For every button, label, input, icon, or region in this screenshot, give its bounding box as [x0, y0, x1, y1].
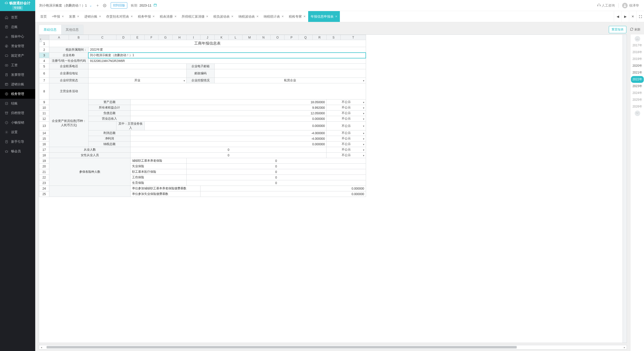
period-selector[interactable]: 账期 2023-11: [131, 3, 157, 8]
refresh-button[interactable]: 刷新: [630, 27, 640, 32]
row-number[interactable]: 9: [39, 99, 49, 105]
column-header[interactable]: G: [158, 35, 173, 40]
dropdown-cell[interactable]: 不公示: [327, 147, 366, 153]
column-header[interactable]: E: [131, 35, 145, 40]
user-menu[interactable]: 徐泽华: [622, 3, 639, 8]
cell-value[interactable]: 9.992000: [131, 105, 327, 111]
row-number[interactable]: 21: [39, 169, 49, 175]
dropdown-cell[interactable]: 不公示: [327, 130, 366, 136]
row-number[interactable]: 23: [39, 180, 49, 186]
spreadsheet[interactable]: ABCDEFGHIJKLMNOPQRST1工商年报信息表2税款所属期间：2022…: [39, 34, 627, 343]
tab[interactable]: 首页: [38, 11, 49, 22]
dropdown-cell[interactable]: 不公示: [327, 99, 366, 105]
row-number[interactable]: 2: [39, 47, 49, 53]
tabs-next-button[interactable]: ▶: [621, 11, 629, 22]
close-icon[interactable]: ✕: [206, 15, 208, 18]
row-number[interactable]: 10: [39, 105, 49, 111]
tab[interactable]: 税表清册✕: [157, 11, 179, 22]
dropdown-cell[interactable]: 不公示: [327, 116, 366, 122]
tab[interactable]: 存货别名对照表✕: [104, 11, 135, 22]
tab[interactable]: 所得税汇算清缴✕: [179, 11, 211, 22]
row-number[interactable]: 17: [39, 147, 49, 153]
tab[interactable]: 纳税统计表✕: [261, 11, 286, 22]
row-number[interactable]: 7: [39, 78, 49, 83]
row-number[interactable]: 13: [39, 122, 49, 130]
row-number[interactable]: 16: [39, 142, 49, 147]
tab[interactable]: 税负波动表✕: [211, 11, 236, 22]
sidebar-item-ledger[interactable]: 总账: [0, 22, 35, 32]
sidebar-item-invoice[interactable]: 发票管理: [0, 70, 35, 80]
dropdown-cell[interactable]: 不公示: [327, 111, 366, 116]
close-icon[interactable]: ✕: [62, 15, 64, 18]
scroll-left-icon[interactable]: ◂: [39, 346, 44, 349]
row-number[interactable]: 12: [39, 116, 49, 122]
column-header[interactable]: D: [116, 35, 131, 40]
tab[interactable]: 进销台账✕: [82, 11, 104, 22]
sidebar-item-home[interactable]: 首页: [0, 13, 35, 22]
dropdown-cell[interactable]: 不公示: [327, 153, 366, 158]
column-header[interactable]: F: [144, 35, 158, 40]
cell-value[interactable]: 12.050000: [131, 111, 327, 116]
cell-value[interactable]: 0.000000: [200, 191, 366, 197]
fullscreen-icon[interactable]: [636, 11, 644, 22]
dropdown-cell[interactable]: 开业: [88, 78, 186, 83]
sidebar-item-salary[interactable]: 工资: [0, 60, 35, 70]
cell-value[interactable]: -4.000000: [131, 130, 327, 136]
sidebar-item-guide[interactable]: 新手引导: [0, 137, 35, 147]
dropdown-cell[interactable]: 私营企业: [215, 78, 366, 83]
row-number[interactable]: 18: [39, 153, 49, 158]
year-item[interactable]: 2021年: [631, 69, 644, 76]
reset-report-button[interactable]: 重置报表: [609, 26, 626, 33]
column-header[interactable]: M: [243, 35, 257, 40]
row-number[interactable]: 3: [39, 53, 49, 58]
column-header[interactable]: P: [285, 35, 299, 40]
cell-value[interactable]: 0: [186, 169, 366, 175]
row-number[interactable]: 24: [39, 186, 49, 191]
sidebar-item-vip[interactable]: 畅会员: [0, 147, 35, 156]
close-icon[interactable]: ✕: [131, 15, 133, 18]
cell-value[interactable]: -4.000000: [131, 136, 327, 142]
column-header[interactable]: S: [327, 35, 341, 40]
column-header[interactable]: T: [341, 35, 366, 40]
row-number[interactable]: 15: [39, 136, 49, 142]
cell-value[interactable]: 0: [186, 158, 366, 164]
row-number[interactable]: 22: [39, 175, 49, 180]
close-icon[interactable]: ✕: [303, 15, 306, 18]
cell-value[interactable]: [215, 64, 366, 69]
row-number[interactable]: 14: [39, 130, 49, 136]
close-icon[interactable]: ✕: [152, 15, 155, 18]
tab[interactable]: ÷申报✕: [49, 11, 66, 22]
scroll-right-icon[interactable]: ▸: [622, 346, 627, 349]
cell-value[interactable]: 0.000000: [131, 116, 327, 122]
sidebar-item-tax[interactable]: 税务管理: [0, 89, 35, 99]
column-header[interactable]: L: [228, 35, 243, 40]
sidebar-item-archive[interactable]: 归档管理: [0, 108, 35, 118]
sidebar-item-inout[interactable]: 进销台账: [0, 80, 35, 89]
close-icon[interactable]: ✕: [256, 15, 259, 18]
sub-tab[interactable]: 其他信息: [61, 25, 83, 34]
tabs-prev-button[interactable]: ◀: [614, 11, 621, 22]
collapse-handle[interactable]: ◂: [38, 35, 42, 42]
row-number[interactable]: 4: [39, 58, 49, 64]
year-item[interactable]: 2020年: [631, 62, 644, 69]
row-number[interactable]: 25: [39, 191, 49, 197]
year-item[interactable]: 2022年: [631, 76, 644, 83]
row-number[interactable]: 11: [39, 111, 49, 116]
vertical-scrollbar[interactable]: [623, 35, 627, 343]
row-number[interactable]: 6: [39, 69, 49, 78]
column-header[interactable]: O: [270, 35, 285, 40]
column-header[interactable]: B: [69, 35, 89, 40]
scrollbar-thumb[interactable]: [47, 346, 517, 348]
cell-value[interactable]: 0.000000: [200, 186, 366, 191]
tab[interactable]: 纳税波动表✕: [236, 11, 261, 22]
gear-icon[interactable]: [102, 3, 107, 8]
column-header[interactable]: Q: [299, 35, 313, 40]
cell-value[interactable]: 0: [131, 153, 327, 158]
column-header[interactable]: N: [257, 35, 271, 40]
tab[interactable]: 税务申报✕: [135, 11, 157, 22]
close-icon[interactable]: ✕: [174, 15, 177, 18]
close-icon[interactable]: ✕: [99, 15, 101, 18]
sidebar-item-settings[interactable]: 设置: [0, 127, 35, 137]
cell-value[interactable]: 0: [186, 180, 366, 186]
year-item[interactable]: 2023年: [631, 83, 644, 90]
